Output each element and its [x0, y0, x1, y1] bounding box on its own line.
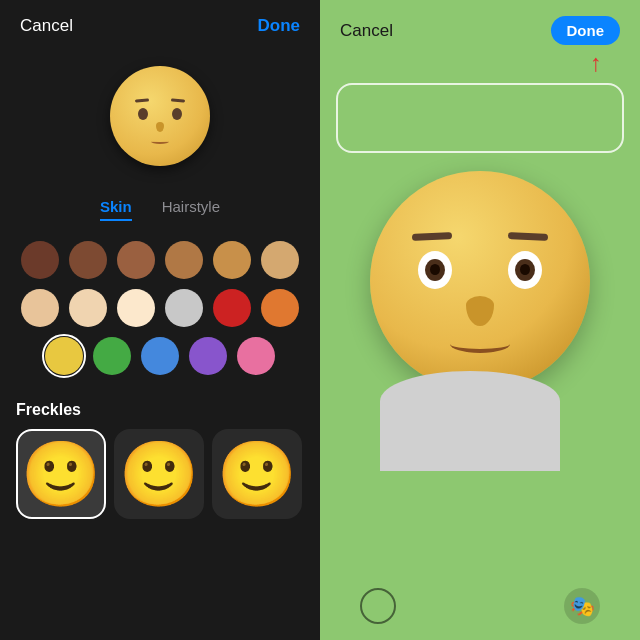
- eye-left: [138, 108, 148, 120]
- right-cancel-button[interactable]: Cancel: [340, 21, 393, 41]
- color-swatch[interactable]: [21, 289, 59, 327]
- color-row-2: [16, 289, 304, 327]
- color-grid: [0, 233, 320, 393]
- eyebrow-left: [135, 98, 149, 102]
- big-smile: [450, 335, 510, 353]
- left-panel: Cancel Done Skin Hairstyle: [0, 0, 320, 640]
- color-swatch[interactable]: [93, 337, 131, 375]
- color-swatch[interactable]: [213, 289, 251, 327]
- freckle-emoji-2: 🙂: [119, 442, 199, 506]
- color-row-3: [16, 337, 304, 375]
- freckle-option-none[interactable]: 🙂: [16, 429, 106, 519]
- callout-box: [336, 83, 624, 153]
- eye-right: [172, 108, 182, 120]
- color-swatch[interactable]: [189, 337, 227, 375]
- mouth: [151, 139, 169, 144]
- color-swatch[interactable]: [21, 241, 59, 279]
- big-avatar-area: [320, 161, 640, 572]
- color-swatch[interactable]: [117, 241, 155, 279]
- big-nose: [466, 296, 494, 326]
- eyebrow-right: [171, 98, 185, 102]
- avatar-face: [110, 66, 210, 166]
- color-swatch[interactable]: [261, 289, 299, 327]
- left-header: Cancel Done: [0, 0, 320, 46]
- right-panel: Cancel Done ↑: [320, 0, 640, 640]
- color-row-1: [16, 241, 304, 279]
- color-swatch[interactable]: [69, 289, 107, 327]
- camera-shutter-button[interactable]: [360, 588, 396, 624]
- left-done-button[interactable]: Done: [258, 16, 301, 36]
- big-eyebrow-right: [508, 232, 548, 241]
- color-swatch[interactable]: [141, 337, 179, 375]
- big-body: [380, 371, 560, 471]
- big-eye-right: [508, 251, 542, 289]
- big-face: [370, 171, 590, 391]
- color-swatch[interactable]: [261, 241, 299, 279]
- avatar-preview-area: [0, 46, 320, 186]
- big-pupil-right: [515, 259, 535, 281]
- big-pupil-inner-right: [520, 264, 530, 275]
- big-pupil-left: [425, 259, 445, 281]
- skin-hairstyle-tabs: Skin Hairstyle: [0, 186, 320, 233]
- face-icon-button[interactable]: 🎭: [564, 588, 600, 624]
- color-swatch[interactable]: [237, 337, 275, 375]
- color-swatch[interactable]: [213, 241, 251, 279]
- nose: [156, 122, 164, 132]
- freckles-options: 🙂 🙂 🙂: [0, 429, 320, 519]
- right-done-button[interactable]: Done: [551, 16, 621, 45]
- right-header: Cancel Done: [320, 0, 640, 55]
- freckles-section-label: Freckles: [0, 393, 320, 429]
- color-swatch[interactable]: [117, 289, 155, 327]
- color-swatch[interactable]: [69, 241, 107, 279]
- color-swatch[interactable]: [165, 289, 203, 327]
- freckle-emoji-3: 🙂: [217, 442, 297, 506]
- arrow-area: ↑: [320, 51, 640, 75]
- big-avatar: [360, 171, 600, 471]
- tab-hairstyle[interactable]: Hairstyle: [162, 194, 220, 221]
- big-pupil-inner-left: [430, 264, 440, 275]
- right-bottom-bar: 🎭: [320, 572, 640, 640]
- big-eye-left: [418, 251, 452, 289]
- up-arrow-icon: ↑: [590, 51, 602, 75]
- big-eyebrow-left: [412, 232, 452, 241]
- color-swatch[interactable]: [165, 241, 203, 279]
- face-icon: 🎭: [570, 594, 595, 618]
- color-swatch-selected[interactable]: [45, 337, 83, 375]
- freckle-emoji-1: 🙂: [21, 442, 101, 506]
- left-cancel-button[interactable]: Cancel: [20, 16, 73, 36]
- freckle-option-light[interactable]: 🙂: [114, 429, 204, 519]
- tab-skin[interactable]: Skin: [100, 194, 132, 221]
- freckle-option-heavy[interactable]: 🙂: [212, 429, 302, 519]
